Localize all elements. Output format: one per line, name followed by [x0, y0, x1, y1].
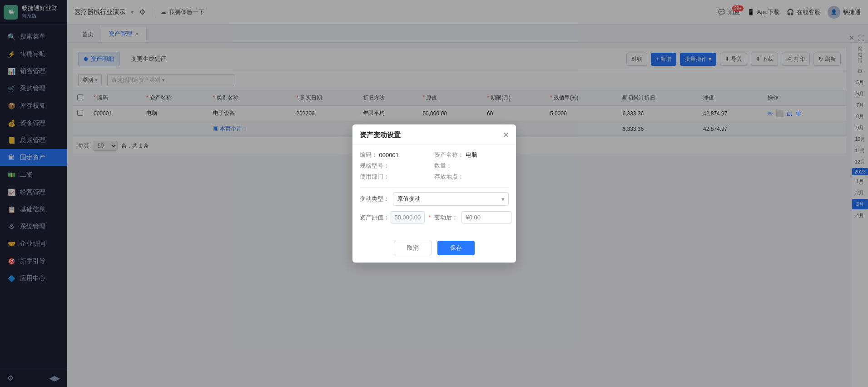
modal-location-field: 存放地点：	[434, 173, 509, 181]
modal-divider	[360, 187, 509, 188]
modal-asset-name-value: 电脑	[466, 151, 477, 159]
modal-change-type-field: 变动类型： 原值变动 ▾	[360, 192, 509, 206]
modal-code-value: 000001	[379, 152, 399, 159]
change-type-select[interactable]: 原值变动 ▾	[393, 192, 509, 206]
modal-dept-field: 使用部门：	[360, 173, 434, 181]
modal-overlay: 资产变动设置 ✕ 编码： 000001 资产名称： 电脑 规格型号： 数	[0, 0, 868, 387]
modal-close-icon[interactable]: ✕	[503, 131, 509, 139]
modal-code-field: 编码： 000001	[360, 151, 434, 159]
modal-spec-field: 规格型号：	[360, 162, 434, 170]
modal-quantity-field: 数量：	[434, 162, 509, 170]
modal-body: 编码： 000001 资产名称： 电脑 规格型号： 数量： 使用部门：	[352, 144, 516, 235]
modal-footer: 取消 保存	[352, 235, 516, 263]
after-change-input[interactable]	[461, 211, 511, 223]
required-mark: *	[428, 214, 431, 221]
modal-title: 资产变动设置	[360, 131, 401, 139]
save-button[interactable]: 保存	[437, 241, 475, 255]
modal-header: 资产变动设置 ✕	[352, 124, 516, 144]
modal-value-field: 资产原值： 50,000.00 * 变动后：	[360, 211, 509, 223]
change-type-chevron-icon: ▾	[501, 196, 505, 203]
asset-change-modal: 资产变动设置 ✕ 编码： 000001 资产名称： 电脑 规格型号： 数	[352, 124, 516, 263]
modal-asset-name-field: 资产名称： 电脑	[434, 151, 509, 159]
cancel-button[interactable]: 取消	[394, 241, 432, 255]
modal-info-grid: 编码： 000001 资产名称： 电脑 规格型号： 数量： 使用部门：	[360, 151, 509, 181]
original-value-display: 50,000.00	[391, 211, 425, 223]
